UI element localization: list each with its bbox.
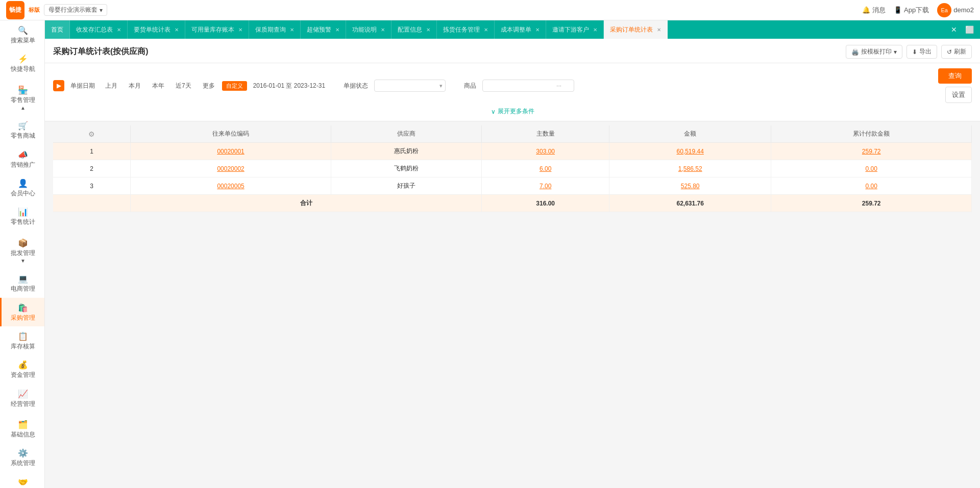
row-paid-link-1[interactable]: 259.72 [862, 148, 881, 155]
row-qty-1: 303.00 [482, 143, 609, 160]
date-btn-this-month[interactable]: 本月 [125, 81, 145, 91]
sidebar: 🔍 搜索菜单 ⚡ 快捷导航 🏪 零售管理 ▲ 🛒 零售商城 📣 营销推广 👤 会… [0, 20, 45, 488]
row-qty-2: 6.00 [482, 160, 609, 177]
app-logo-sub: 标版 [29, 6, 40, 14]
footer-empty [53, 195, 131, 212]
row-qty-3: 7.00 [482, 177, 609, 195]
sidebar-item-marketing[interactable]: 📣 营销推广 [0, 145, 44, 173]
tab-close-chaochun[interactable]: ✕ [335, 27, 339, 33]
sidebar-item-wholesale[interactable]: 📦 批发管理 ▼ [0, 233, 44, 269]
date-custom-tag[interactable]: 自定义 [222, 81, 247, 91]
sidebar-item-enterprise[interactable]: 🤝 企业协同 [0, 472, 44, 488]
sidebar-item-retail-stat[interactable]: 📊 零售统计 [0, 202, 44, 230]
row-qty-link-2[interactable]: 6.00 [540, 165, 551, 172]
tab-caigou[interactable]: 采购订单统计表 ✕ [604, 20, 668, 39]
trend-icon: 📈 [18, 389, 28, 399]
maximize-button[interactable]: ⬜ [963, 24, 976, 35]
th-code: 往来单位编码 [131, 125, 331, 143]
th-supplier: 供应商 [331, 125, 481, 143]
tab-kuyun[interactable]: 可用量库存账本 ✕ [185, 20, 249, 39]
table-footer-row: 合计 316.00 62,631.76 259.72 [53, 195, 972, 212]
row-code-link-1[interactable]: 00020001 [217, 148, 244, 155]
tab-yaohuo[interactable]: 要货单统计表 ✕ [128, 20, 185, 39]
date-shortcuts: 上月 本月 本年 近7天 更多 自定义 [101, 81, 247, 91]
app-logo: 畅捷 [6, 1, 24, 19]
sidebar-item-purchase[interactable]: 🛍️ 采购管理 [0, 298, 44, 326]
store-icon: 🏪 [18, 85, 28, 95]
workspace-selector[interactable]: 母婴行业演示账套 ▾ [44, 4, 107, 16]
search-icon: 🔍 [18, 25, 28, 35]
th-gear[interactable]: ⚙ [53, 125, 131, 143]
close-window-button[interactable]: ✕ [949, 24, 959, 35]
toggle-arrow[interactable]: ▶ [53, 80, 64, 91]
row-amount-link-3[interactable]: 525.80 [681, 183, 700, 190]
page-header: 采购订单统计表(按供应商) 🖨️ 按模板打印 ▾ ⬇ 导出 ↺ 刷新 [45, 39, 980, 63]
top-bar-left: 畅捷 标版 母婴行业演示账套 ▾ [6, 1, 107, 19]
tab-pihuo[interactable]: 拣货任务管理 ✕ [437, 20, 495, 39]
tab-close-gongneng[interactable]: ✕ [381, 27, 385, 33]
row-amount-link-2[interactable]: 1,586.52 [678, 165, 702, 172]
tab-baozhi[interactable]: 保质期查询 ✕ [249, 20, 301, 39]
tab-peizhi[interactable]: 配置信息 ✕ [391, 20, 437, 39]
expand-more-btn[interactable]: ∨ 展开更多条件 [53, 107, 972, 116]
sidebar-item-inventory[interactable]: 📋 库存核算 [0, 326, 44, 355]
tab-close-caigou[interactable]: ✕ [657, 27, 661, 33]
sidebar-item-shop[interactable]: 🛒 零售商城 [0, 116, 44, 144]
footer-qty: 316.00 [482, 195, 609, 212]
tab-close-chengben[interactable]: ✕ [535, 27, 540, 33]
goods-input[interactable]: ··· [482, 80, 574, 92]
query-button[interactable]: 查询 [938, 68, 972, 84]
settings-button[interactable]: 设置 [945, 87, 972, 103]
goods-more-icon[interactable]: ··· [556, 82, 561, 89]
tab-shoufa[interactable]: 收发存汇总表 ✕ [70, 20, 128, 39]
tab-home[interactable]: 首页 [45, 20, 70, 39]
row-supplier-2: 飞鹤奶粉 [331, 160, 481, 177]
shopping-icon: 🛍️ [18, 303, 28, 313]
tab-close-kuyun[interactable]: ✕ [238, 27, 242, 33]
export-button[interactable]: ⬇ 导出 [906, 45, 937, 59]
tab-close-pihuo[interactable]: ✕ [484, 27, 488, 33]
template-print-button[interactable]: 🖨️ 按模板打印 ▾ [846, 45, 902, 59]
messages-button[interactable]: 🔔 消息 [862, 6, 886, 15]
sidebar-item-retail[interactable]: 🏪 零售管理 ▲ [0, 80, 44, 116]
row-paid-link-2[interactable]: 0.00 [865, 165, 877, 172]
row-qty-link-1[interactable]: 303.00 [536, 148, 555, 155]
sidebar-item-search[interactable]: 🔍 搜索菜单 [0, 20, 44, 49]
tab-gongneng[interactable]: 功能说明 ✕ [346, 20, 391, 39]
sidebar-item-finance[interactable]: 💰 资金管理 [0, 355, 44, 383]
date-btn-7days[interactable]: 近7天 [172, 81, 195, 91]
sidebar-item-ecommerce[interactable]: 💻 电商管理 [0, 269, 44, 297]
cart-icon: 🛒 [18, 121, 28, 131]
row-qty-link-3[interactable]: 7.00 [540, 183, 551, 190]
tab-close-yaoqing[interactable]: ✕ [593, 27, 597, 33]
date-btn-this-year[interactable]: 本年 [148, 81, 168, 91]
footer-amount: 62,631.76 [609, 195, 771, 212]
row-code-link-2[interactable]: 00020002 [217, 165, 244, 172]
sidebar-item-member[interactable]: 👤 会员中心 [0, 173, 44, 202]
date-btn-last-month[interactable]: 上月 [101, 81, 121, 91]
sidebar-item-quicknav[interactable]: ⚡ 快捷导航 [0, 49, 44, 78]
tab-close-peizhi[interactable]: ✕ [426, 27, 430, 33]
sidebar-item-operations[interactable]: 📈 经营管理 [0, 384, 44, 413]
gear-settings-icon: ⚙ [88, 130, 95, 138]
money-icon: 💰 [18, 360, 28, 370]
chevron-down-icon: ▾ [100, 7, 103, 14]
tab-close-shoufa[interactable]: ✕ [117, 27, 121, 33]
status-select[interactable] [374, 80, 446, 92]
tab-close-baozhi[interactable]: ✕ [290, 27, 294, 33]
row-code-link-3[interactable]: 00020005 [217, 183, 244, 190]
row-paid-link-3[interactable]: 0.00 [865, 183, 877, 190]
tab-yaoqing[interactable]: 邀请下游客户 ✕ [546, 20, 604, 39]
app-download-button[interactable]: 📱 App下载 [894, 6, 929, 15]
row-amount-link-1[interactable]: 60,519.44 [677, 148, 704, 155]
tab-close-yaohuo[interactable]: ✕ [175, 27, 179, 33]
date-btn-more[interactable]: 更多 [199, 81, 219, 91]
page-content: 采购订单统计表(按供应商) 🖨️ 按模板打印 ▾ ⬇ 导出 ↺ 刷新 [45, 39, 980, 488]
user-menu[interactable]: Ea demo2 [937, 3, 974, 17]
sidebar-item-basic[interactable]: 🗂️ 基础信息 [0, 415, 44, 443]
refresh-button[interactable]: ↺ 刷新 [941, 45, 972, 59]
sidebar-item-system[interactable]: ⚙️ 系统管理 [0, 443, 44, 472]
tab-chengben[interactable]: 成本调整单 ✕ [495, 20, 546, 39]
flash-icon: ⚡ [18, 54, 28, 64]
tab-chaochun[interactable]: 超储预警 ✕ [301, 20, 346, 39]
